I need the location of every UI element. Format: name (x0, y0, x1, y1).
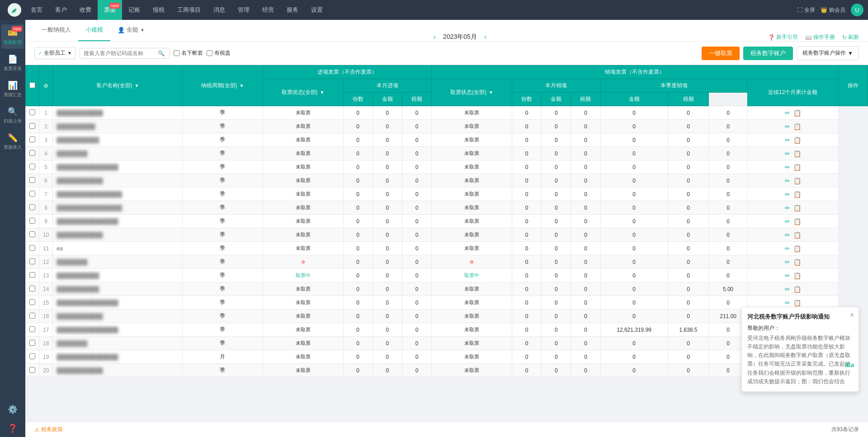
row-client-name[interactable]: ████████████████ (53, 296, 182, 310)
copy-btn[interactable]: 📋 (793, 299, 801, 306)
sidebar-help-item[interactable]: ❓ (1, 420, 24, 437)
row-checkbox[interactable] (29, 272, 35, 278)
row-client-name[interactable]: ████████████ (53, 228, 182, 242)
row-checkbox[interactable] (29, 353, 35, 359)
row-checkbox[interactable] (29, 150, 35, 156)
row-client-name[interactable]: ████████████ (53, 364, 182, 377)
row-checkbox[interactable] (29, 326, 35, 332)
row-checkbox[interactable] (29, 177, 35, 183)
nav-item-ops[interactable]: 经营 (256, 0, 280, 20)
edit-btn[interactable]: ✏ (785, 204, 790, 211)
row-checkbox-cell[interactable] (26, 201, 39, 215)
row-checkbox-cell[interactable] (26, 120, 39, 133)
row-checkbox-cell[interactable] (26, 282, 39, 296)
sidebar-item-smart-ticket[interactable]: 🎫 智能取票 new (1, 24, 24, 49)
edit-btn[interactable]: ✏ (785, 150, 790, 157)
sidebar-item-scan[interactable]: 🔍 扫描上传 (1, 103, 24, 127)
sidebar-bottom-item[interactable]: ⚙️ (1, 401, 24, 418)
nav-item-fee[interactable]: 收费 (73, 0, 98, 20)
nav-item-ticket[interactable]: 票据 new (98, 0, 122, 20)
copy-btn[interactable]: 📋 (793, 164, 801, 171)
sidebar-item-invoice[interactable]: 📄 发票开具 (1, 51, 24, 75)
edit-btn[interactable]: ✏ (785, 191, 790, 198)
row-client-name[interactable]: ███████████ (53, 133, 182, 147)
row-client-name[interactable]: ████████████ (53, 106, 182, 120)
edit-btn[interactable]: ✏ (785, 218, 790, 225)
copy-btn[interactable]: 📋 (793, 272, 801, 279)
edit-btn[interactable]: ✏ (785, 164, 790, 171)
edit-btn[interactable]: ✏ (785, 245, 790, 252)
row-checkbox[interactable] (29, 231, 35, 237)
logo[interactable] (5, 0, 24, 20)
edit-btn[interactable]: ✏ (785, 299, 790, 306)
filter-icon[interactable]: ▼ (320, 90, 325, 95)
employee-select[interactable]: ✓ 全部员工 ▼ (34, 47, 76, 59)
row-client-name[interactable]: ████████ (53, 147, 182, 160)
row-checkbox-cell[interactable] (26, 215, 39, 228)
row-checkbox[interactable] (29, 340, 35, 346)
copy-btn[interactable]: 📋 (793, 286, 801, 293)
copy-btn[interactable]: 📋 (793, 150, 801, 157)
nav-item-manage[interactable]: 管理 (231, 0, 256, 20)
edit-btn[interactable]: ✏ (785, 286, 790, 293)
row-checkbox[interactable] (29, 164, 35, 169)
row-checkbox[interactable] (29, 191, 35, 197)
row-checkbox[interactable] (29, 286, 35, 291)
row-client-name[interactable]: ████████ (53, 255, 182, 269)
row-client-name[interactable]: ████████████ (53, 310, 182, 323)
filter-icon[interactable]: ▼ (135, 83, 139, 88)
row-checkbox[interactable] (29, 367, 35, 373)
search-input[interactable] (84, 50, 156, 56)
period-next-btn[interactable]: › (484, 33, 486, 41)
tab-small[interactable]: 小规模 (78, 20, 110, 41)
row-client-name[interactable]: █████████████████ (53, 188, 182, 201)
nav-item-biz[interactable]: 工商项目 (171, 0, 207, 20)
row-checkbox[interactable] (29, 218, 35, 224)
row-checkbox[interactable] (29, 245, 35, 251)
row-client-name[interactable]: ████████████ (53, 174, 182, 188)
row-client-name[interactable]: ██████████ (53, 120, 182, 133)
edit-btn[interactable]: ✏ (785, 258, 790, 266)
checkbox-taxpad[interactable]: 有税盘 (207, 49, 231, 57)
sidebar-item-summary[interactable]: 📊 票据汇总 (1, 77, 24, 101)
copy-btn[interactable]: 📋 (793, 123, 801, 130)
copy-btn[interactable]: 📋 (793, 177, 801, 184)
row-checkbox[interactable] (29, 123, 35, 129)
nav-item-settings[interactable]: 设置 (305, 0, 329, 20)
copy-btn[interactable]: 📋 (793, 218, 801, 225)
nav-item-home[interactable]: 首页 (24, 0, 49, 20)
row-client-name[interactable]: █████████████████ (53, 201, 182, 215)
tab-all[interactable]: 👤 全能 ▼ (110, 20, 152, 41)
nav-item-accounts[interactable]: 记账 (122, 0, 146, 20)
row-checkbox[interactable] (29, 258, 35, 264)
row-checkbox-cell[interactable] (26, 228, 39, 242)
digital-account-action-btn[interactable]: 税务数字账户操作 ▼ (797, 46, 859, 60)
copy-btn[interactable]: 📋 (793, 136, 801, 144)
nav-item-tax[interactable]: 报税 (146, 0, 171, 20)
tax-policy-link[interactable]: ⚠ 税务政策 (34, 426, 63, 433)
notification-close-btn[interactable]: × (850, 311, 854, 319)
row-checkbox-cell[interactable] (26, 133, 39, 147)
copy-btn[interactable]: 📋 (793, 258, 801, 266)
row-client-name[interactable]: ███████████ (53, 282, 182, 296)
period-prev-btn[interactable]: ‹ (434, 33, 436, 41)
new-guide-btn[interactable]: ❓ 新手引导 (768, 33, 798, 41)
member-btn[interactable]: 👑 购会员 (821, 6, 845, 14)
nav-item-msg[interactable]: 消息 (207, 0, 231, 20)
checkbox-subaccount[interactable]: 名下帐套 (174, 49, 203, 57)
manual-btn[interactable]: 📖 操作手册 (805, 33, 835, 41)
filter-icon[interactable]: ▼ (240, 83, 244, 88)
copy-btn[interactable]: 📋 (793, 245, 801, 252)
nav-item-client[interactable]: 客户 (49, 0, 73, 20)
row-checkbox-cell[interactable] (26, 323, 39, 337)
copy-btn[interactable]: 📋 (793, 204, 801, 211)
sidebar-item-entry[interactable]: ✏️ 票据录入 (1, 129, 24, 154)
row-client-name[interactable]: ███████████ (53, 269, 182, 282)
row-checkbox-cell[interactable] (26, 242, 39, 255)
copy-btn[interactable]: 📋 (793, 109, 801, 117)
one-click-ticket-btn[interactable]: 一键取票 (702, 47, 740, 60)
row-checkbox-cell[interactable] (26, 364, 39, 377)
row-client-name[interactable]: ████████████████ (53, 350, 182, 364)
row-client-name[interactable]: ████████████████ (53, 215, 182, 228)
digital-account-btn[interactable]: 税务数字账户 (743, 47, 793, 60)
